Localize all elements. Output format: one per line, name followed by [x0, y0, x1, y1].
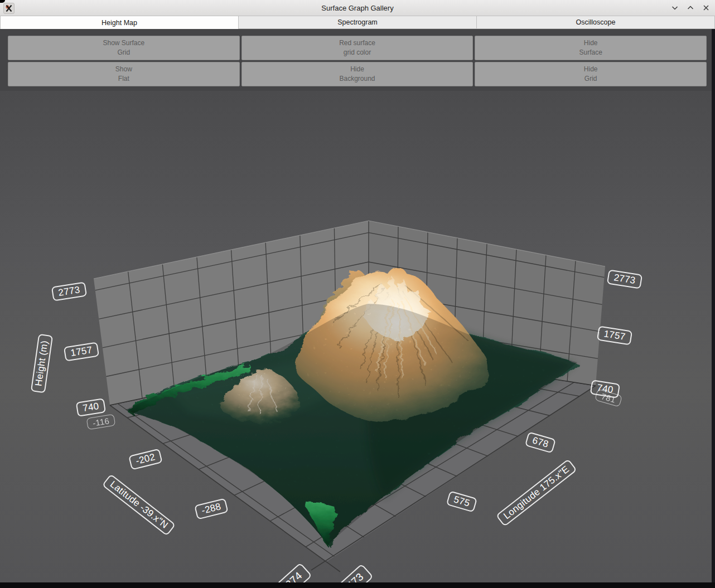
hide-surface-button[interactable]: Hide Surface — [475, 36, 707, 60]
button-label-line: Hide — [350, 65, 364, 74]
tab-height-map[interactable]: Height Map — [0, 16, 239, 29]
button-label-line: Flat — [118, 74, 129, 84]
tab-spectrogram[interactable]: Spectrogram — [239, 16, 477, 29]
button-label-line: Show — [115, 65, 132, 74]
button-label-line: Hide — [584, 65, 598, 74]
button-label-line: Red surface — [339, 38, 375, 48]
surface-grid-color-button[interactable]: Red surface grid color — [241, 36, 474, 60]
tab-bar: Height Map Spectrogram Oscilloscope — [0, 16, 715, 29]
app-icon — [3, 3, 15, 14]
app-window: Surface Graph Gallery Height Map Spectro… — [0, 0, 715, 588]
button-label-line: Surface — [579, 48, 602, 57]
button-label-line: Show Surface — [103, 38, 144, 48]
desktop-edge-bottom — [0, 582, 715, 588]
button-label-line: Hide — [584, 38, 598, 48]
button-label-line: Grid — [584, 74, 597, 84]
show-surface-grid-button[interactable]: Show Surface Grid — [8, 36, 240, 60]
close-icon[interactable] — [702, 3, 711, 12]
hide-background-button[interactable]: Hide Background — [241, 62, 474, 86]
button-label-line: Grid — [117, 48, 130, 57]
hide-grid-button[interactable]: Hide Grid — [475, 62, 707, 86]
maximize-icon[interactable] — [686, 3, 695, 12]
titlebar: Surface Graph Gallery — [0, 0, 715, 16]
button-label-line: Background — [339, 74, 375, 84]
window-title: Surface Graph Gallery — [0, 4, 715, 12]
show-flat-button[interactable]: Show Flat — [8, 62, 240, 86]
window-controls — [670, 0, 711, 16]
tab-oscilloscope[interactable]: Oscilloscope — [477, 16, 715, 29]
desktop-edge-right — [712, 29, 715, 582]
surface-plot-3d[interactable]: 2773 1757 -116 740 Height (m) -202 -288 … — [0, 91, 715, 582]
minimize-icon[interactable] — [670, 3, 679, 12]
toolbar: Show Surface Grid Red surface grid color… — [0, 29, 715, 91]
button-label-line: grid color — [344, 48, 371, 57]
